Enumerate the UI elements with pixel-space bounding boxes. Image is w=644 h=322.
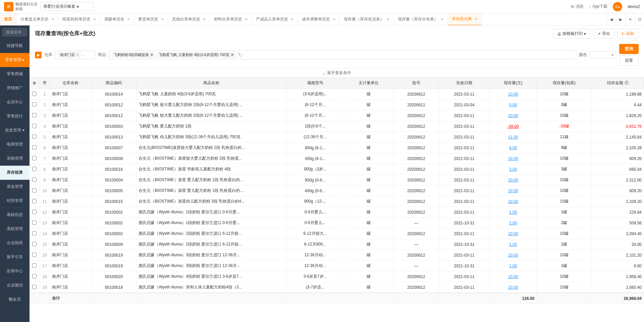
- row-stock-main-0[interactable]: 10.00: [490, 89, 537, 100]
- row-checkbox-18[interactable]: [30, 282, 40, 293]
- row-checkbox-16[interactable]: [30, 261, 40, 271]
- tab-cailiao[interactable]: 材料出库单历史 ✕: [210, 13, 252, 25]
- warehouse-filter-group[interactable]: 南岸门店 ✕ ···: [55, 50, 95, 59]
- tab-close-yaohuo[interactable]: ✕: [161, 17, 164, 21]
- refresh-button[interactable]: ↻ 刷新: [617, 29, 639, 39]
- sidebar-item-members[interactable]: 会员中心: [0, 95, 30, 109]
- product-tag-1-close[interactable]: ✕: [150, 53, 153, 57]
- sidebar-item-enterprise[interactable]: 企业协同: [0, 236, 30, 250]
- row-stock-main-4[interactable]: 11.00: [490, 132, 537, 143]
- tab-yaohuo[interactable]: 要货单历史 ✕: [134, 13, 168, 25]
- warehouse-more[interactable]: ···: [82, 53, 86, 57]
- row-stock-main-16[interactable]: 1.00: [490, 261, 537, 271]
- row-checkbox-2[interactable]: [30, 110, 40, 121]
- row-stock-main-7[interactable]: 3.00: [490, 164, 537, 175]
- sidebar-item-ecommerce[interactable]: 电商管理: [0, 138, 30, 152]
- row-checkbox-6[interactable]: [30, 153, 40, 164]
- color-chevron-icon[interactable]: ▾: [611, 53, 613, 57]
- export-button[interactable]: ↗ 导出: [593, 29, 614, 39]
- tab-zuchai[interactable]: 组装拆卸单历史 ✕: [58, 13, 100, 25]
- row-checkbox-15[interactable]: [30, 250, 40, 261]
- row-checkbox-7[interactable]: [30, 164, 40, 175]
- tab-fenpan[interactable]: 分量盘点单历史 ✕: [16, 13, 58, 25]
- tab-chengpin[interactable]: 产成品入库单历史 ✕: [252, 13, 298, 25]
- col-settings[interactable]: ⚙: [30, 77, 40, 89]
- product-filter-group[interactable]: 飞鹤奶粉3段四罐提装 ✕ 飞鹤星飞帆 儿童奶粉 4段(3-6岁适用) 700克 …: [109, 50, 576, 59]
- tab-close-fenpan[interactable]: ✕: [51, 17, 54, 21]
- row-stock-main-6[interactable]: 10.00: [490, 153, 537, 164]
- row-stock-main-17[interactable]: 10.00: [490, 271, 537, 282]
- tab-xianzai2[interactable]: 现存量（库存分布表） ✕: [394, 13, 448, 25]
- tab-close-chengpin[interactable]: ✕: [291, 17, 293, 21]
- tab-close-chengben[interactable]: ✕: [333, 17, 335, 21]
- nav-expand-btn[interactable]: ⊡: [635, 13, 644, 25]
- sidebar-item-purchase[interactable]: 采购管理: [0, 152, 30, 166]
- row-stock-main-8[interactable]: 10.00: [490, 175, 537, 185]
- sidebar-item-system[interactable]: 系统管理: [0, 222, 30, 236]
- nav-close-btn[interactable]: ✕: [625, 13, 635, 25]
- sidebar-item-wholesale-mgmt[interactable]: 批发管理 ▾: [0, 123, 30, 138]
- tab-xianzai1[interactable]: 现存量（库存状况表） ✕: [340, 13, 394, 25]
- row-stock-main-18[interactable]: 10.00: [490, 282, 537, 293]
- color-filter-group[interactable]: ▾: [590, 51, 616, 59]
- row-stock-main-10[interactable]: 10.00: [490, 196, 537, 207]
- sidebar-item-member2[interactable]: 畅会员: [0, 292, 30, 307]
- row-checkbox-5[interactable]: [30, 143, 40, 153]
- app-download-action[interactable]: ↓ App下载: [589, 4, 607, 9]
- tab-close-tiaopo[interactable]: ✕: [127, 17, 130, 21]
- tab-tiaopo[interactable]: 调拨单历史 ✕: [100, 13, 134, 25]
- row-checkbox-9[interactable]: [30, 185, 40, 196]
- row-checkbox-0[interactable]: [30, 89, 40, 100]
- row-stock-main-3[interactable]: -39.00: [490, 121, 537, 132]
- filter-expand[interactable]: ⌄ 展开更多条件: [35, 68, 639, 77]
- nav-next-btn[interactable]: ▶: [616, 13, 625, 25]
- tab-close-pizhang[interactable]: ✕: [475, 17, 477, 21]
- row-stock-main-11[interactable]: 1.00: [490, 207, 537, 218]
- tab-close-zuchai[interactable]: ✕: [93, 17, 96, 21]
- tab-pizhang[interactable]: 库存批次账 ✕: [448, 13, 482, 25]
- message-action[interactable]: ✉ 消息: [571, 4, 584, 9]
- row-checkbox-12[interactable]: [30, 218, 40, 228]
- row-checkbox-13[interactable]: [30, 228, 40, 239]
- row-stock-main-14[interactable]: 1.00: [490, 239, 537, 250]
- tab-close-qita[interactable]: ✕: [203, 17, 206, 21]
- sidebar-item-wechat[interactable]: 企业微信: [0, 278, 30, 292]
- sidebar-item-quicknav[interactable]: 快捷导航: [0, 39, 30, 53]
- tab-chengben[interactable]: 成本调整单历史 ✕: [298, 13, 340, 25]
- row-stock-main-9[interactable]: 10.00: [490, 185, 537, 196]
- sidebar-item-guide[interactable]: 新手引导: [0, 250, 30, 264]
- sidebar-item-inventory[interactable]: 库存核算: [0, 166, 30, 180]
- sidebar-item-marketing[interactable]: 营销推广: [0, 81, 30, 95]
- tab-close-cailiao[interactable]: ✕: [245, 17, 248, 21]
- product-more[interactable]: 飞···: [237, 52, 245, 58]
- avatar[interactable]: Ea: [613, 2, 622, 11]
- row-checkbox-8[interactable]: [30, 175, 40, 185]
- print-button[interactable]: 🖨 按模板打印 ▾: [553, 29, 590, 39]
- row-stock-main-2[interactable]: 10.00: [490, 110, 537, 121]
- row-checkbox-3[interactable]: [30, 121, 40, 132]
- warehouse-tag-close[interactable]: ✕: [76, 53, 79, 57]
- row-checkbox-14[interactable]: [30, 239, 40, 250]
- sidebar-item-finance[interactable]: 资金管理: [0, 180, 30, 194]
- row-stock-main-1[interactable]: 0.00: [490, 100, 537, 110]
- search-input[interactable]: [3, 28, 27, 36]
- row-stock-main-13[interactable]: 10.00: [490, 228, 537, 239]
- row-stock-main-15[interactable]: 10.00: [490, 250, 537, 261]
- nav-prev-btn[interactable]: ◀: [606, 13, 616, 25]
- row-checkbox-17[interactable]: [30, 271, 40, 282]
- product-tag-2-close[interactable]: ✕: [231, 53, 234, 57]
- row-checkbox-4[interactable]: [30, 132, 40, 143]
- sidebar-item-retail-shop[interactable]: 零售商城: [0, 67, 30, 81]
- row-checkbox-11[interactable]: [30, 207, 40, 218]
- row-stock-main-12[interactable]: 2.00: [490, 218, 537, 228]
- sidebar-item-basics[interactable]: 基础信息: [0, 208, 30, 222]
- tab-close-xianzai2[interactable]: ✕: [441, 17, 443, 21]
- setting-button[interactable]: 设置: [619, 55, 639, 66]
- row-stock-main-5[interactable]: 9.00: [490, 143, 537, 153]
- sidebar-item-retail-stats[interactable]: 零售统计: [0, 109, 30, 123]
- tab-qita[interactable]: 其他出库单历史 ✕: [168, 13, 210, 25]
- row-checkbox-1[interactable]: [30, 100, 40, 110]
- warehouse-select[interactable]: 母婴行业演示账套 ▾: [40, 2, 94, 11]
- query-button[interactable]: 查询: [619, 44, 639, 54]
- row-checkbox-10[interactable]: [30, 196, 40, 207]
